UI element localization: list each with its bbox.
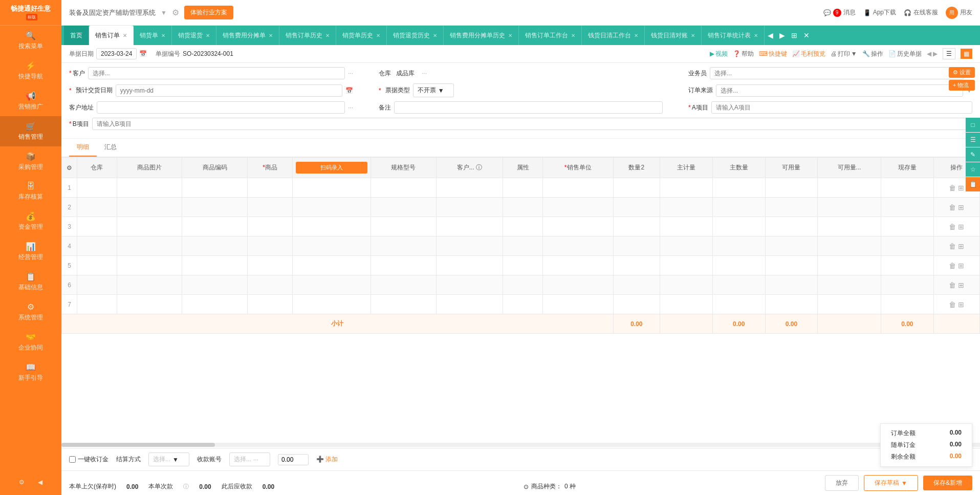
- sidebar-item-system[interactable]: ⚙ 系统管理: [0, 297, 61, 327]
- row-2-spec[interactable]: [371, 198, 436, 217]
- row-1-stock[interactable]: [881, 178, 933, 198]
- row-3-scan[interactable]: [292, 217, 371, 236]
- row-2-main-measure[interactable]: [660, 198, 713, 217]
- row-2-sku[interactable]: [182, 198, 248, 217]
- row-2-available-alt[interactable]: [818, 198, 881, 217]
- row-2-copy-icon[interactable]: ⊞: [958, 203, 964, 211]
- col-settings[interactable]: ⚙: [62, 158, 77, 178]
- sidebar-item-search[interactable]: 🔍 搜索菜单: [0, 26, 61, 56]
- tab-cash-reconcile[interactable]: 钱货日清对账 ✕: [645, 26, 702, 45]
- payment-method-select[interactable]: 选择... ▼: [148, 453, 189, 466]
- row-3-customer-ref[interactable]: [436, 217, 503, 236]
- row-5-delete-icon[interactable]: 🗑: [949, 262, 956, 270]
- row-3-warehouse[interactable]: [77, 217, 117, 236]
- receipt-account-more[interactable]: ···: [253, 456, 258, 463]
- discard-btn[interactable]: 放弃: [825, 475, 859, 491]
- calendar-icon[interactable]: 📅: [139, 50, 147, 57]
- row-3-main-measure[interactable]: [660, 217, 713, 236]
- row-3-sku[interactable]: [182, 217, 248, 236]
- row-7-copy-icon[interactable]: ⊞: [958, 300, 964, 309]
- row-1-delete-icon[interactable]: 🗑: [949, 184, 956, 192]
- warehouse-more[interactable]: ···: [422, 70, 427, 77]
- remark-input[interactable]: [394, 101, 663, 114]
- add-payment-btn[interactable]: ➕ 添加: [316, 455, 338, 464]
- scrollbar-thumb[interactable]: [61, 443, 215, 447]
- tab-close-all-btn[interactable]: ✕: [800, 31, 813, 39]
- sidebar-item-guide[interactable]: 📖 新手引导: [0, 357, 61, 388]
- date-value[interactable]: 2023-03-24: [96, 48, 137, 59]
- row-4-delete-icon[interactable]: 🗑: [949, 242, 956, 250]
- row-3-qty2[interactable]: [613, 217, 660, 236]
- sidebar-item-base-info[interactable]: 📋 基础信息: [0, 267, 61, 297]
- row-1-spec[interactable]: [371, 178, 436, 198]
- row-2-attribute[interactable]: [503, 198, 543, 217]
- tab-sales-expense[interactable]: 销售费用分摊单 ✕: [216, 26, 279, 45]
- row-6-copy-icon[interactable]: ⊞: [958, 281, 964, 289]
- tab-order-history[interactable]: 销售订单历史 ✕: [279, 26, 336, 45]
- row-3-attribute[interactable]: [503, 217, 543, 236]
- sidebar-item-marketing[interactable]: 📢 营销推广: [0, 86, 61, 116]
- right-action-4[interactable]: ☆: [966, 162, 980, 177]
- salesperson-input[interactable]: [710, 67, 964, 79]
- operation-btn[interactable]: 🔧 操作: [862, 50, 883, 58]
- receipt-account-select[interactable]: 选择... ···: [229, 453, 270, 466]
- row-1-main-measure[interactable]: [660, 178, 713, 198]
- sidebar-item-quick-nav[interactable]: ⚡ 快捷导航: [0, 56, 61, 86]
- add-logistics-btn[interactable]: + 物流: [949, 80, 975, 91]
- row-2-main-qty[interactable]: [712, 198, 765, 217]
- row-1-sku[interactable]: [182, 178, 248, 198]
- row-1-product[interactable]: [248, 178, 292, 198]
- customer-address-input[interactable]: [97, 101, 345, 114]
- tab-cash-reconcile-close[interactable]: ✕: [691, 33, 695, 38]
- row-4-copy-icon[interactable]: ⊞: [958, 242, 964, 250]
- column-settings-btn[interactable]: ⚙ 设置: [949, 67, 975, 78]
- sidebar-item-purchase[interactable]: 📦 采购管理: [0, 146, 61, 177]
- b-project-input[interactable]: [92, 118, 972, 130]
- sidebar-collapse-btn[interactable]: ◀: [34, 475, 47, 490]
- tab-sales-return[interactable]: 销货退货 ✕: [172, 26, 216, 45]
- sidebar-item-sales[interactable]: 🛒 销售管理: [0, 116, 61, 146]
- row-5-copy-icon[interactable]: ⊞: [958, 262, 964, 270]
- online-service-btn[interactable]: 🎧 在线客服: [904, 8, 938, 17]
- sidebar-item-inventory[interactable]: 🗄 库存核算: [0, 177, 61, 206]
- order-source-input[interactable]: [716, 84, 963, 97]
- tab-cash-workbench[interactable]: 钱货日清工作台 ✕: [582, 26, 645, 45]
- row-2-stock[interactable]: [881, 198, 933, 217]
- row-1-attribute[interactable]: [503, 178, 543, 198]
- one-click-deposit-check[interactable]: [69, 456, 76, 463]
- tab-summary[interactable]: 汇总: [97, 139, 124, 157]
- tab-order-stats[interactable]: 销售订单统计表 ✕: [702, 26, 765, 45]
- row-1-main-qty[interactable]: [712, 178, 765, 198]
- save-new-btn[interactable]: 保存&新增: [923, 476, 972, 490]
- profit-btn[interactable]: 📈 毛利预览: [792, 50, 825, 58]
- right-action-5[interactable]: 📋: [966, 177, 980, 191]
- row-1-sales-unit[interactable]: [542, 178, 613, 198]
- save-draft-dropdown-icon[interactable]: ▼: [901, 480, 907, 487]
- delivery-date-input[interactable]: [116, 84, 342, 97]
- row-1-image[interactable]: [117, 178, 182, 198]
- settings-gear-icon[interactable]: ⚙: [172, 8, 179, 17]
- help-btn[interactable]: ❓ 帮助: [733, 50, 754, 58]
- tab-expand-btn[interactable]: ⊞: [788, 31, 800, 39]
- lower-info-icon[interactable]: ⓘ: [183, 483, 189, 490]
- row-1-warehouse[interactable]: [77, 178, 117, 198]
- tab-detail[interactable]: 明细: [69, 139, 97, 157]
- row-3-stock[interactable]: [881, 217, 933, 236]
- tab-sales-order[interactable]: 销售订单 ✕: [89, 26, 134, 45]
- tab-expense-history-close[interactable]: ✕: [508, 33, 512, 38]
- customer-address-more[interactable]: ···: [348, 104, 353, 111]
- one-click-deposit-checkbox[interactable]: 一键收订金: [69, 455, 108, 464]
- tab-sales-order-close[interactable]: ✕: [123, 33, 127, 38]
- list-view-btn[interactable]: ☰: [943, 48, 955, 59]
- tab-sales-expense-close[interactable]: ✕: [269, 33, 273, 38]
- row-2-image[interactable]: [117, 198, 182, 217]
- tab-receipt-history[interactable]: 销货单历史 ✕: [336, 26, 387, 45]
- tab-receipt-history-close[interactable]: ✕: [376, 33, 380, 38]
- right-action-2[interactable]: ☰: [966, 133, 980, 147]
- row-2-warehouse[interactable]: [77, 198, 117, 217]
- shortcut-btn[interactable]: ⌨ 快捷键: [759, 50, 787, 58]
- row-2-product[interactable]: [248, 198, 292, 217]
- tab-return-history[interactable]: 销货退货历史 ✕: [387, 26, 444, 45]
- user-avatar[interactable]: 用 用友: [946, 7, 972, 19]
- row-1-available-alt[interactable]: [818, 178, 881, 198]
